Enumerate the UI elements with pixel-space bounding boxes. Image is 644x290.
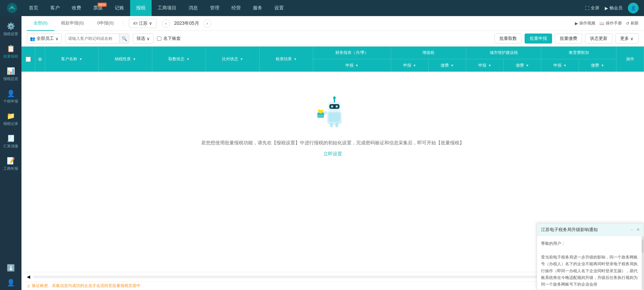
sidebar-item-tax-overview[interactable]: 📊 报税总览 <box>0 64 21 85</box>
nav-item-message[interactable]: 消息 <box>182 0 204 16</box>
table-header-gear[interactable]: ⚙ <box>35 47 45 72</box>
search-box[interactable]: 🔍 <box>65 33 129 44</box>
new-badge: NEW <box>98 3 107 7</box>
svg-point-21 <box>321 110 323 112</box>
nav-item-tax[interactable]: 报税 <box>130 0 152 16</box>
nav-item-service[interactable]: 服务 <box>247 0 268 16</box>
download-icon: ⬇️ <box>7 264 15 272</box>
svg-rect-22 <box>330 123 333 127</box>
sidebar-item-personal-tax[interactable]: 👤 个税申报 <box>0 86 21 107</box>
notification-body: 尊敬的用户： 受当前电子税务局进一步升级的影响，同一个政务网账号（办税人）名下的… <box>537 236 644 290</box>
table-subheader-city-declare: 申报 ▼ <box>466 59 503 72</box>
empty-text: 若您想使用批量报税功能，请先在【报税设置】中进行报税的初始化设置，完成密码验证和… <box>201 139 464 147</box>
manual-icon: 📖 <box>599 21 604 26</box>
month-display: 2023年05月 <box>174 20 199 26</box>
svg-point-19 <box>318 110 320 112</box>
chevron-down-icon: ∨ <box>55 36 59 41</box>
filter-chevron-icon: ∨ <box>147 36 150 41</box>
tab-all[interactable]: 全部(0) <box>27 16 54 31</box>
video-icon: ▶ <box>575 21 578 26</box>
notification-minimize[interactable]: － <box>630 227 634 233</box>
tabs-row: 全部(0) 税款申报(0) 0申报(0) 🏷 江苏 ∨ ‹ 2023年05月 › <box>21 16 644 31</box>
operation-video-button[interactable]: ▶ 操作视频 <box>575 20 595 26</box>
svg-point-12 <box>333 96 336 99</box>
svg-point-10 <box>336 106 337 107</box>
table-subheader-financial-declare: 申报 ▼ <box>313 59 391 72</box>
fullscreen-button[interactable]: ⛶ 全屏 <box>585 5 599 11</box>
month-prev-button[interactable]: ‹ <box>162 19 170 27</box>
tax-overview-icon: 📊 <box>7 67 15 75</box>
notification-close[interactable]: × <box>637 227 640 233</box>
table-header-education-tax: 教育费附加 <box>541 47 616 59</box>
tab-tax-declare[interactable]: 税款申报(0) <box>54 16 91 31</box>
sidebar-item-download[interactable]: ⬇️ <box>0 261 21 275</box>
setup-link[interactable]: 立即设置 <box>323 151 342 157</box>
filter-row: 👥 全部员工 ∨ 🔍 筛选 ∨ 名下账套 批量取数 <box>21 31 644 47</box>
table-header-compare-status: 比对状态 ▼ <box>206 47 260 72</box>
empty-illustration <box>313 92 353 132</box>
nav-item-bookkeeping[interactable]: 记账 <box>109 0 130 16</box>
nav-item-business[interactable]: 工商项目 <box>152 0 182 16</box>
select-all-checkbox[interactable] <box>25 57 31 62</box>
table-header-actions: 操作 <box>616 47 644 72</box>
batch-declare-button[interactable]: 批量申报 <box>525 33 552 44</box>
svg-rect-23 <box>335 123 338 127</box>
empty-state: 若您想使用批量报税功能，请先在【报税设置】中进行报税的初始化设置，完成密码验证和… <box>21 72 644 177</box>
notification-header: 江苏电子税务局升级影响通知 － × <box>537 223 644 236</box>
notification-title: 江苏电子税务局升级影响通知 <box>541 227 598 233</box>
svg-rect-4 <box>329 113 340 122</box>
table-header-name: 客户名称 ▼ <box>45 47 99 72</box>
nav-item-manage[interactable]: 管理 <box>204 0 225 16</box>
batch-tax-icon: 📋 <box>7 45 15 53</box>
refresh-button[interactable]: ↺ 刷新 <box>626 20 639 26</box>
notification-panel: 江苏电子税务局升级影响通知 － × 尊敬的用户： 受当前电子税务局进一步升级的影… <box>537 223 644 290</box>
table-header-city-tax: 城市维护建设税 <box>466 47 541 59</box>
warning-icon: ⚠ <box>27 284 31 288</box>
nav-item-settings[interactable]: 设置 <box>268 0 290 16</box>
employee-selector[interactable]: 👥 全部员工 ∨ <box>27 33 62 44</box>
member-button[interactable]: ▶ 畅会员 <box>605 5 623 11</box>
batch-fetch-button[interactable]: 批量取数 <box>494 33 522 44</box>
setting-icon: 👤 <box>7 279 15 287</box>
tab-zero-declare[interactable]: 0申报(0) <box>91 16 120 31</box>
sidebar-item-settlement[interactable]: 🧾 汇算清缴 <box>0 131 21 152</box>
status-update-button[interactable]: 状态更新 <box>585 33 612 44</box>
refresh-icon: ↺ <box>626 21 629 26</box>
more-chevron-icon: ∨ <box>630 36 634 41</box>
top-nav: 首页 客户 收费 票据 NEW 记账 报税 工商项目 消息 管理 经营 服务 设… <box>0 0 644 16</box>
month-next-button[interactable]: › <box>203 19 211 27</box>
avatar[interactable]: 👤 <box>628 3 639 13</box>
nav-item-operation[interactable]: 经营 <box>225 0 247 16</box>
operation-manual-button[interactable]: 📖 操作手册 <box>599 20 622 26</box>
region-selector[interactable]: 🏷 江苏 ∨ <box>129 19 157 28</box>
filter-button[interactable]: 筛选 ∨ <box>133 33 154 44</box>
tax-settings-icon: ⚙️ <box>7 22 15 30</box>
more-button[interactable]: 更多 ∨ <box>615 33 639 44</box>
table-subheader-vat-declare: 申报 ▼ <box>391 59 428 72</box>
sidebar-item-setting[interactable]: 👤 <box>0 275 21 290</box>
sidebar: ⚙️ 报税设置 📋 批量报税 📊 报税总览 👤 个税申报 📁 报税记录 🧾 汇算… <box>0 16 21 290</box>
nav-item-home[interactable]: 首页 <box>23 0 44 16</box>
table-header-check-result: 检查结果 ▼ <box>260 47 313 72</box>
nav-item-ticket[interactable]: 票据 NEW <box>87 0 109 16</box>
table-header-tax-type: 纳税性质 ▼ <box>99 47 152 72</box>
nav-item-fee[interactable]: 收费 <box>66 0 87 16</box>
table-header-checkbox <box>21 47 35 72</box>
table-subheader-city-pay: 缴费 ▼ <box>504 59 541 72</box>
table-subheader-edu-pay: 缴费 ▼ <box>579 59 616 72</box>
data-table: ⚙ 客户名称 ▼ 纳税性质 ▼ 取数状态 ▼ 比对状态 ▼ 检查结果 ▼ 财务报… <box>21 47 644 177</box>
search-button[interactable]: 🔍 <box>119 33 129 44</box>
batch-pay-button[interactable]: 批量缴费 <box>555 33 582 44</box>
search-input[interactable] <box>65 36 119 41</box>
sidebar-item-tax-records[interactable]: 📁 报税记录 <box>0 108 21 130</box>
search-icon: 🔍 <box>122 36 127 41</box>
logo[interactable] <box>5 1 19 15</box>
nav-item-customer[interactable]: 客户 <box>44 0 66 16</box>
table-subheader-edu-declare: 申报 ▼ <box>541 59 579 72</box>
sidebar-item-tax-settings[interactable]: ⚙️ 报税设置 <box>0 19 21 40</box>
sidebar-item-batch-tax[interactable]: 📋 批量报税 <box>0 41 21 62</box>
sidebar-item-annual-report[interactable]: 📝 工商年报 <box>0 153 21 174</box>
table-header-fetch-status: 取数状态 ▼ <box>152 47 206 72</box>
table-subheader-vat-pay: 缴费 ▼ <box>428 59 466 72</box>
checkbox-subaccount[interactable]: 名下账套 <box>157 35 181 42</box>
